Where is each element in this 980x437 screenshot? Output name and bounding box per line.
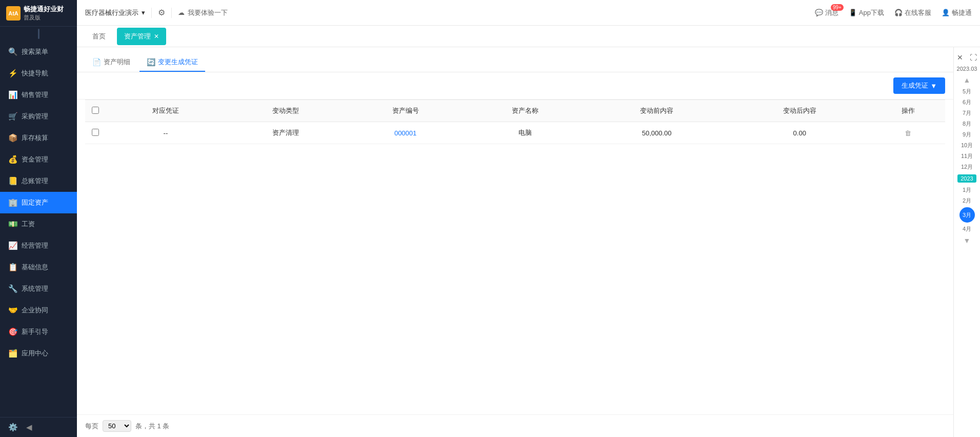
sidebar-item-purchase[interactable]: 🛒 采购管理 <box>0 106 77 127</box>
experience-link[interactable]: ☁ 我要体验一下 <box>178 8 228 17</box>
year-2023-label: 2023 <box>957 174 976 183</box>
row-asset-name: 电脑 <box>466 122 586 144</box>
sidebar-item-basic[interactable]: 📋 基础信息 <box>0 256 77 278</box>
table-body: -- 资产清理 000001 电脑 <box>85 122 945 144</box>
generate-voucher-button[interactable]: 生成凭证 ▼ <box>893 77 945 94</box>
company-selector[interactable]: 医疗器械行业演示 ▾ <box>85 8 145 17</box>
timeline-month-7[interactable]: 7月 <box>954 108 980 118</box>
header-voucher: 对应凭证 <box>106 100 226 122</box>
sidebar-item-label: 库存核算 <box>22 133 48 143</box>
timeline-month-2023-3-current[interactable]: 3月 <box>959 207 975 223</box>
sidebar-item-inventory[interactable]: 📦 库存核算 <box>0 127 77 149</box>
online-service-button[interactable]: 🎧 在线客服 <box>894 8 931 17</box>
sidebar-item-label: 采购管理 <box>22 112 48 121</box>
gear-icon[interactable]: ⚙ <box>158 8 165 17</box>
pagination: 每页 50 10 20 100 条，共 1 条 <box>77 414 953 437</box>
right-panel-expand-icon[interactable]: ⛶ <box>970 53 977 62</box>
row-checkbox[interactable] <box>92 129 99 136</box>
user-menu[interactable]: 👤 畅捷通 <box>942 8 972 17</box>
home-tab-label: 首页 <box>92 32 106 40</box>
timeline-month-2023-2[interactable]: 2月 <box>954 195 980 206</box>
timeline-month-8[interactable]: 8月 <box>954 118 980 129</box>
service-icon: 🎧 <box>894 9 903 16</box>
sidebar-item-operation[interactable]: 📈 经营管理 <box>0 235 77 256</box>
header-after-change: 变动后内容 <box>728 100 871 122</box>
panel-year-label: 2023.03 <box>956 64 978 74</box>
sub-tab-voucher-label: 变更生成凭证 <box>158 57 198 67</box>
delete-icon[interactable]: 🗑 <box>905 129 911 137</box>
experience-text: 我要体验一下 <box>188 8 228 17</box>
timeline-scroll-down[interactable]: ▼ <box>962 234 973 247</box>
generate-voucher-label: 生成凭证 <box>902 81 928 90</box>
timeline-month-6[interactable]: 6月 <box>954 97 980 108</box>
row-before-change: 50,000.00 <box>585 122 728 144</box>
sidebar-item-sales[interactable]: 📊 销售管理 <box>0 84 77 106</box>
sidebar-item-appcenter[interactable]: 🗂️ 应用中心 <box>0 343 77 364</box>
timeline: ▲ 5月 6月 7月 8月 9月 10月 <box>954 74 980 437</box>
dropdown-arrow-icon: ▼ <box>930 82 937 90</box>
online-service-label: 在线客服 <box>905 8 931 17</box>
sidebar-item-search[interactable]: 🔍 搜索菜单 <box>0 41 77 63</box>
app-download-button[interactable]: 📱 App下载 <box>849 8 884 17</box>
table-header: 对应凭证 变动类型 资产编号 资产名称 <box>85 100 945 122</box>
content-area: 📄 资产明细 🔄 变更生成凭证 生成凭证 ▼ <box>77 47 953 437</box>
messages-button[interactable]: 💬 消息 99+ <box>815 8 838 17</box>
sidebar-item-guide[interactable]: 🎯 新手引导 <box>0 321 77 343</box>
main-content: 📄 资产明细 🔄 变更生成凭证 生成凭证 ▼ <box>77 47 953 437</box>
sidebar-item-ledger[interactable]: 📒 总账管理 <box>0 170 77 192</box>
download-icon: 📱 <box>849 9 857 16</box>
select-all-checkbox[interactable] <box>92 107 99 114</box>
nav-tabs: 首页 资产管理 ✕ <box>77 26 980 47</box>
right-panel-close-icon[interactable]: ✕ <box>957 53 963 62</box>
timeline-month-5[interactable]: 5月 <box>954 86 980 97</box>
timeline-month-12[interactable]: 12月 <box>954 162 980 172</box>
tab-home[interactable]: 首页 <box>85 28 113 45</box>
sub-tab-change-voucher[interactable]: 🔄 变更生成凭证 <box>139 53 205 72</box>
timeline-month-2023-1[interactable]: 1月 <box>954 185 980 195</box>
header-operation: 操作 <box>871 100 946 122</box>
company-name: 医疗器械行业演示 <box>85 8 138 17</box>
sidebar-item-enterprise[interactable]: 🤝 企业协同 <box>0 300 77 321</box>
row-asset-code: 000001 <box>346 122 466 144</box>
row-checkbox-cell <box>85 122 106 144</box>
sidebar-item-system[interactable]: 🔧 系统管理 <box>0 278 77 300</box>
flash-icon: ⚡ <box>8 69 17 78</box>
box-icon: 📦 <box>8 133 17 143</box>
tab-asset-management[interactable]: 资产管理 ✕ <box>117 28 166 45</box>
timeline-scroll-up[interactable]: ▲ <box>962 74 973 86</box>
sidebar-item-quicknav[interactable]: ⚡ 快捷导航 <box>0 63 77 84</box>
per-page-select[interactable]: 50 10 20 100 <box>103 420 131 432</box>
timeline-month-10[interactable]: 10月 <box>954 140 980 151</box>
message-badge: 99+ <box>831 4 844 11</box>
sidebar-nav: 🔍 搜索菜单 ⚡ 快捷导航 📊 销售管理 🛒 采购管理 📦 库存核算 💰 资金管… <box>0 41 77 417</box>
toolbar: 生成凭证 ▼ <box>77 72 953 100</box>
sidebar-item-salary[interactable]: 💵 工资 <box>0 213 77 235</box>
tab-close-icon[interactable]: ✕ <box>154 33 159 40</box>
asset-table: 对应凭证 变动类型 资产编号 资产名称 <box>85 100 945 144</box>
content-wrapper: 📄 资产明细 🔄 变更生成凭证 生成凭证 ▼ <box>77 47 980 437</box>
sidebar-item-label: 经营管理 <box>22 241 48 250</box>
logo-subtitle: 普及版 <box>24 14 64 21</box>
handshake-icon: 🤝 <box>8 306 17 315</box>
timeline-month-11[interactable]: 11月 <box>954 151 980 162</box>
system-icon: 🔧 <box>8 284 17 293</box>
detail-icon: 📄 <box>92 58 101 66</box>
sub-tab-asset-detail[interactable]: 📄 资产明细 <box>85 53 137 72</box>
collapse-icon[interactable]: ◀ <box>26 423 32 432</box>
settings-icon[interactable]: ⚙️ <box>8 423 18 432</box>
chart-icon: 📊 <box>8 90 17 100</box>
logo-icon: AtA <box>6 6 21 21</box>
sidebar-item-label: 搜索菜单 <box>22 47 48 56</box>
topbar: 医疗器械行业演示 ▾ ⚙ ☁ 我要体验一下 💬 消息 99+ 📱 App下载 🎧… <box>77 0 980 26</box>
sidebar-item-label: 销售管理 <box>22 90 48 100</box>
row-after-change: 0.00 <box>728 122 871 144</box>
sidebar-item-label: 基础信息 <box>22 263 48 272</box>
chevron-down-icon: ▾ <box>142 9 145 16</box>
sidebar-item-finance[interactable]: 💰 资金管理 <box>0 149 77 170</box>
timeline-month-9[interactable]: 9月 <box>954 129 980 140</box>
topbar-right: 💬 消息 99+ 📱 App下载 🎧 在线客服 👤 畅捷通 <box>815 8 972 17</box>
sidebar: AtA 畅捷通好业财 普及版 🔍 搜索菜单 ⚡ 快捷导航 📊 销售管理 🛒 采购… <box>0 0 77 437</box>
sidebar-item-fixed-assets[interactable]: 🏢 固定资产 <box>0 192 77 213</box>
row-change-type: 资产清理 <box>226 122 346 144</box>
timeline-month-2023-4[interactable]: 4月 <box>954 224 980 234</box>
